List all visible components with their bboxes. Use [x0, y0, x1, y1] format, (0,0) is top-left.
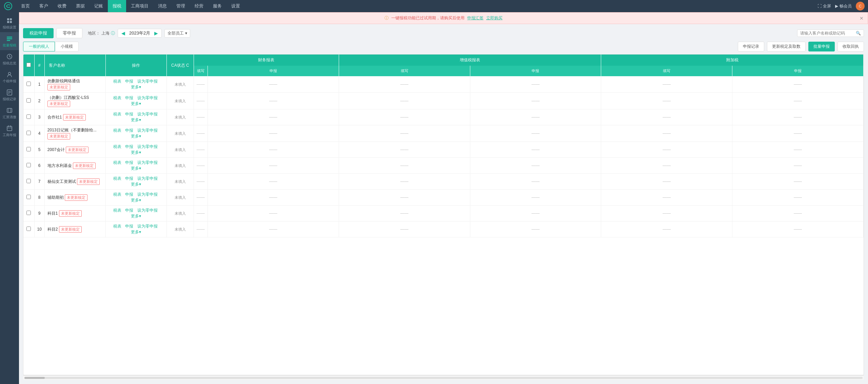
banner-link-report[interactable]: 申报汇签 [467, 15, 484, 21]
op-more[interactable]: 更多▾ [130, 229, 142, 235]
op-set-zero[interactable]: 设为零申报 [137, 223, 158, 229]
sidebar-item-settlement[interactable]: 汇算清缴 [0, 104, 19, 122]
app-logo[interactable] [3, 1, 13, 11]
op-declare[interactable]: 申报 [124, 192, 134, 197]
nav-tax[interactable]: 报税 [108, 0, 126, 12]
fullscreen-button[interactable]: ⛶ 全屏 [817, 3, 831, 9]
op-tax-form[interactable]: 税表 [113, 111, 122, 117]
nav-message[interactable]: 消息 [153, 0, 172, 12]
op-more[interactable]: 更多▾ [130, 133, 142, 139]
op-declare[interactable]: 申报 [124, 128, 134, 133]
op-set-zero[interactable]: 设为零申报 [137, 79, 158, 84]
declaration-record-button[interactable]: 申报记录 [738, 42, 764, 51]
batch-declare-button[interactable]: 批量申报 [808, 42, 835, 51]
nav-home[interactable]: 首页 [16, 0, 35, 12]
op-tax-form[interactable]: 税表 [113, 176, 122, 182]
row-operations: 税表 申报 设为零申报 更多▾ [105, 174, 166, 190]
row-number: 6 [34, 158, 44, 174]
row-financial-declare: —— [208, 76, 339, 93]
nav-invoice[interactable]: 票据 [71, 0, 90, 12]
tab-zero-declaration[interactable]: 零申报 [56, 28, 82, 38]
op-declare[interactable]: 申报 [124, 223, 134, 229]
op-declare[interactable]: 申报 [124, 160, 134, 166]
collect-return-button[interactable]: 收取回执 [837, 42, 864, 51]
employee-selector[interactable]: 全部员工 ▾ [164, 29, 190, 38]
op-declare[interactable]: 申报 [124, 111, 134, 117]
op-set-zero[interactable]: 设为零申报 [137, 176, 158, 182]
search-input[interactable] [800, 31, 854, 36]
banner-link-buy[interactable]: 立即购买 [486, 15, 502, 21]
op-declare[interactable]: 申报 [124, 144, 134, 150]
op-more[interactable]: 更多▾ [130, 150, 142, 155]
sidebar-item-tax-settings[interactable]: 报税设置 [0, 14, 19, 32]
op-set-zero[interactable]: 设为零申报 [137, 192, 158, 197]
op-tax-form[interactable]: 税表 [113, 144, 122, 150]
nav-client[interactable]: 客户 [35, 0, 53, 12]
op-more[interactable]: 更多▾ [130, 213, 142, 219]
row-checkbox-7[interactable] [26, 195, 31, 199]
banner-close-button[interactable]: ✕ [860, 16, 864, 21]
avatar[interactable]: C [856, 2, 865, 10]
select-all-checkbox[interactable] [26, 63, 31, 67]
tab-small-scale[interactable]: 小规模 [55, 42, 79, 51]
op-more[interactable]: 更多▾ [130, 84, 142, 90]
horizontal-scrollbar[interactable] [23, 375, 864, 380]
update-tax-rate-button[interactable]: 更新税定及取数 [767, 42, 806, 51]
nav-management[interactable]: 管理 [172, 0, 190, 12]
row-checkbox-3[interactable] [26, 131, 31, 135]
sidebar-item-annual[interactable]: 工商年报 [0, 122, 19, 140]
op-set-zero[interactable]: 设为零申报 [137, 128, 158, 133]
sidebar-item-overview[interactable]: 报税总览 [0, 50, 19, 68]
op-tax-form[interactable]: 税表 [113, 160, 122, 166]
row-checkbox-0[interactable] [26, 82, 31, 86]
search-icon[interactable]: 🔍 [856, 31, 861, 36]
next-date-button[interactable]: ▶ [154, 30, 158, 36]
op-more[interactable]: 更多▾ [130, 182, 142, 187]
op-declare[interactable]: 申报 [124, 208, 134, 213]
op-more[interactable]: 更多▾ [130, 197, 142, 203]
svg-rect-7 [7, 40, 10, 41]
tab-general-taxpayer[interactable]: 一般的税人 [23, 42, 55, 51]
op-tax-form[interactable]: 税表 [113, 128, 122, 133]
sidebar-item-batch-tax[interactable]: 批量报税 [0, 32, 19, 50]
nav-commerce[interactable]: 工商项目 [126, 0, 153, 12]
op-set-zero[interactable]: 设为零申报 [137, 160, 158, 166]
row-checkbox-2[interactable] [26, 114, 31, 119]
row-tax-declare: —— [470, 142, 601, 158]
row-tax-declare: —— [470, 125, 601, 142]
sidebar-item-records[interactable]: 报税记录 [0, 86, 19, 104]
op-set-zero[interactable]: 设为零申报 [137, 208, 158, 213]
op-declare[interactable]: 申报 [124, 95, 134, 101]
row-checkbox-6[interactable] [26, 179, 31, 183]
op-more[interactable]: 更多▾ [130, 117, 142, 123]
op-tax-form[interactable]: 税表 [113, 95, 122, 101]
op-set-zero[interactable]: 设为零申报 [137, 111, 158, 117]
op-tax-form[interactable]: 税表 [113, 79, 122, 84]
row-checkbox-1[interactable] [26, 98, 31, 103]
nav-accounting[interactable]: 记账 [90, 0, 108, 12]
op-tax-form[interactable]: 税表 [113, 208, 122, 213]
nav-service[interactable]: 服务 [208, 0, 226, 12]
tab-tax-declaration[interactable]: 税款申报 [23, 28, 54, 38]
op-more[interactable]: 更多▾ [130, 101, 142, 107]
row-checkbox-9[interactable] [26, 227, 31, 231]
status-badge: 未更新核定 [73, 163, 96, 169]
op-tax-form[interactable]: 税表 [113, 223, 122, 229]
row-checkbox-4[interactable] [26, 147, 31, 151]
nav-fee[interactable]: 收费 [53, 0, 71, 12]
prev-date-button[interactable]: ◀ [121, 30, 125, 36]
nav-right-area: ⛶ 全屏 ▶ 畅会员 C [817, 2, 865, 10]
op-tax-form[interactable]: 税表 [113, 192, 122, 197]
op-more[interactable]: 更多▾ [130, 166, 142, 171]
scroll-thumb[interactable] [24, 377, 45, 379]
sidebar-item-personal-tax[interactable]: 个税申报 [0, 68, 19, 86]
op-declare[interactable]: 申报 [124, 79, 134, 84]
op-set-zero[interactable]: 设为零申报 [137, 95, 158, 101]
member-button[interactable]: ▶ 畅会员 [835, 3, 852, 9]
row-checkbox-5[interactable] [26, 163, 31, 167]
op-set-zero[interactable]: 设为零申报 [137, 144, 158, 150]
row-checkbox-8[interactable] [26, 211, 31, 215]
nav-operation[interactable]: 经营 [190, 0, 208, 12]
op-declare[interactable]: 申报 [124, 176, 134, 182]
nav-settings[interactable]: 设置 [226, 0, 245, 12]
